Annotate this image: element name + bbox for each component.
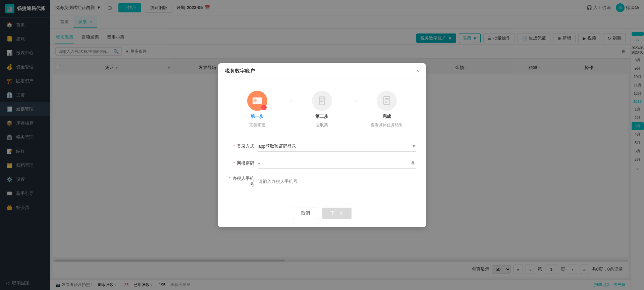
password-input-wrap: 👁	[258, 158, 416, 169]
phone-label-text: 办税人手机号	[232, 176, 254, 187]
svg-rect-9	[320, 101, 323, 102]
step-1-error-badge: !	[261, 105, 267, 110]
phone-input-wrap	[258, 177, 416, 186]
phone-control	[258, 177, 416, 186]
login-method-label-text: 登录方式	[237, 144, 254, 149]
svg-rect-11	[385, 98, 389, 99]
password-label-text: 网报密码	[237, 161, 254, 166]
phone-field: * 办税人手机号	[228, 175, 416, 188]
login-method-select[interactable]: app获取验证码登录 ▼	[258, 141, 416, 152]
step-3: 完成 查看具体任务结果	[358, 91, 416, 128]
step-arrow-2: →	[351, 91, 358, 104]
step-2-circle	[312, 91, 332, 111]
modal-footer: 取消 下一步	[218, 202, 426, 227]
svg-rect-13	[385, 101, 388, 101]
login-method-value: app获取验证码登录	[258, 143, 296, 149]
phone-input[interactable]	[258, 179, 416, 184]
step-3-label: 完成	[382, 114, 391, 120]
login-method-required: *	[233, 144, 235, 149]
step-1: ! 第一步 完善账密	[228, 91, 286, 128]
svg-rect-12	[385, 99, 389, 100]
svg-rect-6	[319, 97, 325, 105]
svg-rect-4	[258, 99, 261, 100]
modal-close-button[interactable]: ×	[416, 68, 419, 74]
modal-body: ! 第一步 完善账密 →	[218, 79, 426, 202]
phone-label: * 办税人手机号	[228, 175, 258, 188]
login-method-control[interactable]: app获取验证码登录 ▼	[258, 141, 416, 152]
password-required: *	[233, 161, 235, 166]
modal-header: 税务数字账户 ×	[218, 63, 426, 79]
step-1-icon-wrap: !	[247, 91, 267, 111]
step-2-desc: 去取票	[316, 122, 328, 128]
password-label: * 网报密码	[228, 160, 258, 166]
step-2: 第二步 去取票	[293, 91, 351, 128]
svg-point-3	[254, 99, 257, 102]
step-arrow-1: →	[286, 91, 293, 104]
login-method-label: * 登录方式	[228, 143, 258, 149]
phone-required: *	[229, 176, 230, 181]
password-eye-icon[interactable]: 👁	[411, 160, 416, 166]
step-3-circle	[377, 91, 397, 111]
select-dropdown-icon: ▼	[412, 144, 416, 149]
step-2-label: 第二步	[315, 114, 328, 120]
svg-rect-14	[385, 102, 387, 103]
password-control: 👁	[258, 158, 416, 169]
modal-overlay: 税务数字账户 ×	[0, 0, 644, 290]
cancel-button[interactable]: 取消	[293, 208, 318, 219]
password-field: * 网报密码 👁	[228, 158, 416, 169]
tax-digital-modal: 税务数字账户 ×	[218, 63, 426, 227]
steps-indicator: ! 第一步 完善账密 →	[228, 87, 416, 131]
step-3-desc: 查看具体任务结果	[371, 122, 403, 128]
next-button[interactable]: 下一步	[322, 208, 352, 219]
svg-rect-7	[320, 98, 324, 99]
step-1-label: 第一步	[251, 114, 264, 120]
modal-title: 税务数字账户	[225, 68, 255, 74]
svg-rect-10	[384, 96, 390, 104]
svg-rect-5	[258, 100, 260, 101]
password-input[interactable]	[258, 161, 411, 166]
svg-rect-8	[320, 100, 324, 100]
login-method-field: * 登录方式 app获取验证码登录 ▼	[228, 141, 416, 152]
step-1-desc: 完善账密	[249, 122, 265, 128]
